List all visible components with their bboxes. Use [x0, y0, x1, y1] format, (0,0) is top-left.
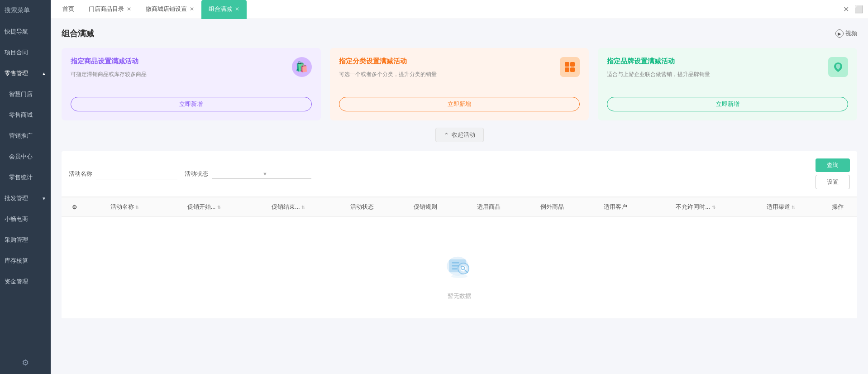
content-area: 组合满减 ▶ 视频 🛍️ 指定商品设置满减活动 可指定滞销商品或库存较多商品 立… [51, 19, 868, 374]
sidebar-item-xiangmu[interactable]: 项目合同 [0, 42, 51, 63]
col-label: 促销结束... [272, 203, 300, 210]
col-no-concurrent[interactable]: 不允许同时... ⇅ [647, 197, 744, 217]
sidebar-item-label: 采购管理 [5, 236, 28, 244]
chevron-down-icon: ▼ [262, 171, 310, 177]
product-card-title: 指定商品设置满减活动 [71, 57, 312, 66]
empty-text: 暂无数据 [448, 292, 471, 300]
sidebar-item-label: 会员中心 [9, 153, 33, 161]
brand-card: 指定品牌设置满减活动 适合与上游企业联合做营销，提升品牌销量 立即新增 [598, 48, 857, 120]
svg-rect-6 [452, 262, 460, 264]
sidebar-item-lingshous[interactable]: 零售商城 [0, 105, 51, 125]
sidebar-item-kuaijie[interactable]: 快捷导航 [0, 21, 51, 42]
brand-card-desc: 适合与上游企业联合做营销，提升品牌销量 [607, 70, 848, 91]
play-icon: ▶ [835, 29, 844, 38]
brand-card-add-button[interactable]: 立即新增 [607, 97, 848, 111]
sidebar-item-label: 零售管理 [5, 69, 28, 77]
sidebar-item-zhihui[interactable]: 智慧门店 [0, 84, 51, 105]
brand-card-icon [828, 57, 848, 77]
query-button[interactable]: 查询 [816, 158, 850, 172]
sidebar-item-label: 零售商城 [9, 111, 33, 119]
chevron-down-icon: ▼ [42, 196, 46, 201]
collapse-button[interactable]: ⌃ 收起活动 [435, 128, 484, 142]
col-label: 促销规则 [414, 203, 437, 210]
category-card-add-button[interactable]: 立即新增 [339, 97, 580, 111]
sidebar-item-xiaochangec[interactable]: 小畅电商 [0, 209, 51, 230]
sidebar-item-kucun[interactable]: 库存核算 [0, 250, 51, 271]
col-promo-end[interactable]: 促销结束... ⇅ [246, 197, 330, 217]
col-label: 活动名称 [110, 203, 134, 210]
video-link[interactable]: ▶ 视频 [835, 29, 857, 38]
sidebar-item-caigou[interactable]: 采购管理 [0, 230, 51, 250]
svg-rect-0 [565, 62, 569, 67]
close-icon[interactable]: ✕ [190, 6, 194, 12]
sidebar-item-label: 资金管理 [5, 278, 28, 286]
svg-rect-8 [452, 268, 458, 269]
sidebar-item-zijin[interactable]: 资金管理 [0, 271, 51, 292]
col-label: 例外商品 [540, 203, 564, 210]
close-icon[interactable]: ✕ [127, 6, 131, 12]
sort-icon: ⇅ [135, 205, 139, 210]
chevron-up-icon: ▲ [42, 71, 46, 76]
tab-label: 组合满减 [209, 5, 232, 13]
data-table: ⚙ 活动名称 ⇅ 促销开始... ⇅ 促销结束... ⇅ [62, 197, 857, 217]
sidebar-item-label: 快捷导航 [5, 28, 28, 36]
col-promo-start[interactable]: 促销开始... ⇅ [162, 197, 246, 217]
col-activity-status: 活动状态 [330, 197, 394, 217]
sidebar-item-lingshou[interactable]: 零售管理 ▲ [0, 63, 51, 84]
category-card-desc: 可选一个或者多个分类，提升分类的销量 [339, 70, 580, 91]
category-card-icon [560, 57, 580, 77]
sidebar-item-label: 批发管理 [5, 194, 28, 202]
sidebar-item-label: 零售统计 [9, 173, 33, 182]
sidebar-item-yingxiao[interactable]: 营销推广 [0, 125, 51, 146]
activity-status-field: 活动状态 ▼ [185, 169, 311, 179]
tab-product-catalog[interactable]: 门店商品目录 ✕ [81, 0, 138, 19]
sidebar-item-huiyuan[interactable]: 会员中心 [0, 146, 51, 167]
maximize-window-icon[interactable]: ⬜ [854, 5, 863, 14]
product-card-desc: 可指定滞销商品或库存较多商品 [71, 70, 312, 91]
activity-name-input[interactable] [96, 168, 177, 179]
main-area: 首页 门店商品目录 ✕ 微商城店铺设置 ✕ 组合满减 ✕ ✕ ⬜ 组合满减 ▶ … [51, 0, 868, 374]
tab-combo-discount[interactable]: 组合满减 ✕ [201, 0, 247, 19]
sidebar-item-label: 项目合同 [5, 48, 28, 57]
collapse-label: 收起活动 [452, 131, 475, 139]
settings-button[interactable]: 设置 [816, 175, 850, 189]
tab-label: 门店商品目录 [89, 5, 124, 13]
sidebar-search[interactable]: 搜索菜单 [0, 0, 51, 21]
brand-card-title: 指定品牌设置满减活动 [607, 57, 848, 66]
tab-label: 微商城店铺设置 [146, 5, 187, 13]
col-label: 适用渠道 [767, 203, 790, 210]
col-label: 适用商品 [477, 203, 501, 210]
close-window-icon[interactable]: ✕ [843, 5, 849, 14]
col-activity-name[interactable]: 活动名称 ⇅ [88, 197, 162, 217]
sidebar: 搜索菜单 快捷导航 项目合同 零售管理 ▲ 智慧门店 零售商城 营销推广 会员中… [0, 0, 51, 374]
close-icon[interactable]: ✕ [235, 6, 239, 12]
col-applicable-goods: 适用商品 [457, 197, 520, 217]
sidebar-item-pifa[interactable]: 批发管理 ▼ [0, 188, 51, 209]
sidebar-item-tongji[interactable]: 零售统计 [0, 167, 51, 188]
svg-rect-3 [570, 67, 575, 72]
table-header-row: ⚙ 活动名称 ⇅ 促销开始... ⇅ 促销结束... ⇅ [62, 197, 857, 217]
tab-home[interactable]: 首页 [55, 0, 81, 19]
col-applicable-channel[interactable]: 适用渠道 ⇅ [744, 197, 818, 217]
activity-name-label: 活动名称 [69, 170, 92, 178]
col-applicable-customer: 适用客户 [584, 197, 647, 217]
tab-bar: 首页 门店商品目录 ✕ 微商城店铺设置 ✕ 组合满减 ✕ ✕ ⬜ [51, 0, 868, 19]
col-label: 适用客户 [604, 203, 627, 210]
tab-wechat-shop[interactable]: 微商城店铺设置 ✕ [138, 0, 201, 19]
empty-icon [439, 244, 480, 285]
collapse-bar: ⌃ 收起活动 [62, 128, 857, 142]
activity-status-select[interactable]: ▼ [212, 169, 311, 179]
window-controls: ✕ ⬜ [843, 5, 863, 14]
col-settings[interactable]: ⚙ [62, 197, 88, 217]
gear-icon: ⚙ [72, 204, 77, 211]
svg-rect-2 [565, 67, 569, 72]
sidebar-item-label: 小畅电商 [5, 215, 28, 223]
product-card-add-button[interactable]: 立即新增 [71, 97, 312, 111]
sidebar-item-label: 智慧门店 [9, 90, 33, 98]
tab-label: 首页 [62, 5, 74, 13]
col-promo-rule: 促销规则 [394, 197, 457, 217]
category-card-title: 指定分类设置满减活动 [339, 57, 580, 66]
sidebar-settings[interactable]: ⚙ [0, 351, 51, 374]
product-card: 🛍️ 指定商品设置满减活动 可指定滞销商品或库存较多商品 立即新增 [62, 48, 321, 120]
col-label: 操作 [832, 203, 844, 210]
